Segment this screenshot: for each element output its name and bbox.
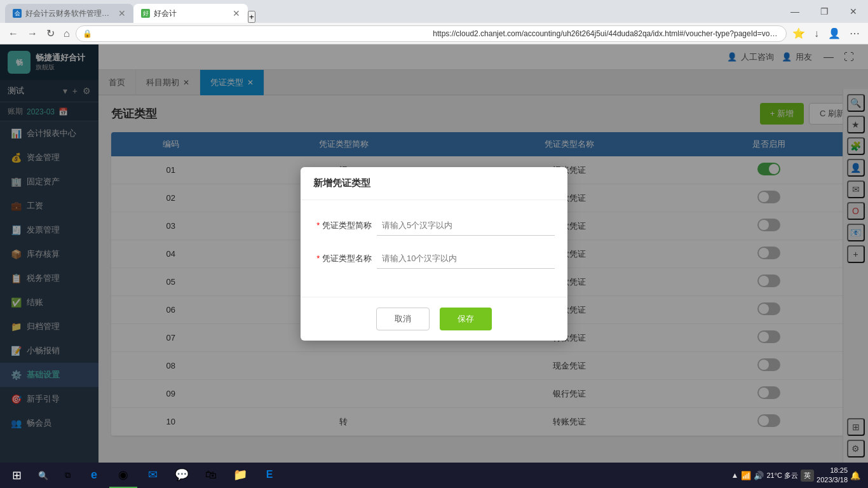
cancel-button[interactable]: 取消 — [376, 308, 430, 330]
browser-tab-2[interactable]: 好 好会计 ✕ — [133, 4, 248, 23]
save-button[interactable]: 保存 — [440, 308, 492, 330]
notification-icon[interactable]: 🔔 — [850, 471, 860, 480]
dialog-footer: 取消 保存 — [301, 297, 567, 341]
taskbar-search-btn[interactable]: 🔍 — [32, 464, 55, 487]
taskbar-lang[interactable]: 英 — [801, 470, 814, 482]
taskbar-wifi-icon: 📶 — [741, 471, 751, 480]
taskbar: ⊞ 🔍 ⧉ e ◉ ✉ 💬 🛍 📁 E — [0, 463, 868, 488]
store-icon: 🛍 — [205, 468, 217, 482]
tab2-favicon: 好 — [141, 9, 150, 18]
tab2-close[interactable]: ✕ — [233, 8, 240, 18]
form-row-abbr: * 凭证类型简称 — [313, 215, 555, 236]
taskbar-speaker-icon: 🔊 — [754, 471, 764, 480]
dialog-overlay: 新增凭证类型 * 凭证类型简称 * 凭证类型名称 — [0, 44, 868, 463]
abbr-label: * 凭证类型简称 — [313, 220, 377, 231]
taskbar-taskview-btn[interactable]: ⧉ — [56, 464, 79, 487]
lock-icon: 🔒 — [83, 29, 430, 38]
address-text: https://cloud2.chanjet.com/accounting/uh… — [433, 29, 780, 38]
folder-icon: 📁 — [233, 468, 247, 482]
dialog-header: 新增凭证类型 — [301, 167, 567, 200]
address-bar[interactable]: 🔒 https://cloud2.chanjet.com/accounting/… — [76, 25, 787, 42]
taskbar-edge2-btn[interactable]: E — [255, 463, 283, 488]
dialog-body: * 凭证类型简称 * 凭证类型名称 — [301, 200, 567, 297]
downloads-button[interactable]: ↓ — [811, 26, 822, 41]
start-button[interactable]: ⊞ — [3, 464, 31, 487]
taskbar-outlook-btn[interactable]: ✉ — [139, 463, 166, 488]
account-button[interactable]: 👤 — [825, 26, 844, 41]
outlook-icon: ✉ — [148, 468, 158, 482]
tab1-favicon: 会 — [13, 9, 22, 18]
clock-date: 2023/3/18 — [817, 475, 848, 485]
taskbar-store-btn[interactable]: 🛍 — [197, 463, 225, 488]
clock-time: 18:25 — [817, 466, 848, 475]
name-required-mark: * — [316, 254, 322, 263]
taskbar-edge-btn[interactable]: e — [80, 463, 108, 488]
forward-button[interactable]: → — [24, 27, 41, 41]
back-button[interactable]: ← — [5, 27, 22, 41]
abbr-input[interactable] — [377, 215, 555, 236]
edge-icon: e — [91, 468, 97, 482]
extensions-button[interactable]: ⭐ — [789, 26, 808, 41]
taskbar-clock[interactable]: 18:25 2023/3/18 — [817, 466, 848, 485]
taskbar-apps: e ◉ ✉ 💬 🛍 📁 E — [80, 463, 283, 488]
taskbar-sys: ▲ 📶 🔊 21°C 多云 英 18:25 2023/3/18 🔔 — [731, 466, 865, 485]
abbr-required-mark: * — [316, 220, 322, 230]
minimize-button[interactable]: — — [780, 0, 810, 23]
refresh-button[interactable]: ↻ — [43, 26, 58, 41]
taskbar-up-icon[interactable]: ▲ — [731, 471, 739, 480]
new-voucher-dialog: 新增凭证类型 * 凭证类型简称 * 凭证类型名称 — [301, 167, 567, 341]
edge2-icon: E — [266, 469, 273, 480]
form-row-name: * 凭证类型名称 — [313, 248, 555, 269]
tab2-label: 好会计 — [154, 8, 177, 19]
name-input[interactable] — [377, 248, 555, 269]
tab1-label: 好会计云财务软件管理系统_会计 — [25, 8, 114, 19]
dialog-title: 新增凭证类型 — [313, 177, 370, 188]
name-label: * 凭证类型名称 — [313, 253, 377, 264]
taskbar-weather: 21°C 多云 — [766, 471, 798, 480]
taskbar-folder-btn[interactable]: 📁 — [226, 463, 254, 488]
close-window-button[interactable]: ✕ — [839, 0, 868, 23]
menu-button[interactable]: ⋯ — [846, 26, 863, 41]
tab1-close[interactable]: ✕ — [118, 8, 126, 18]
taskbar-chrome-btn[interactable]: ◉ — [109, 463, 137, 488]
chrome-icon: ◉ — [118, 468, 128, 482]
browser-tab-1[interactable]: 会 好会计云财务软件管理系统_会计 ✕ — [5, 4, 133, 23]
maximize-button[interactable]: ❐ — [810, 0, 839, 23]
new-tab-button[interactable]: + — [248, 11, 255, 23]
wechat-icon: 💬 — [175, 468, 189, 482]
taskbar-wechat-btn[interactable]: 💬 — [168, 463, 196, 488]
home-button[interactable]: ⌂ — [60, 27, 73, 41]
